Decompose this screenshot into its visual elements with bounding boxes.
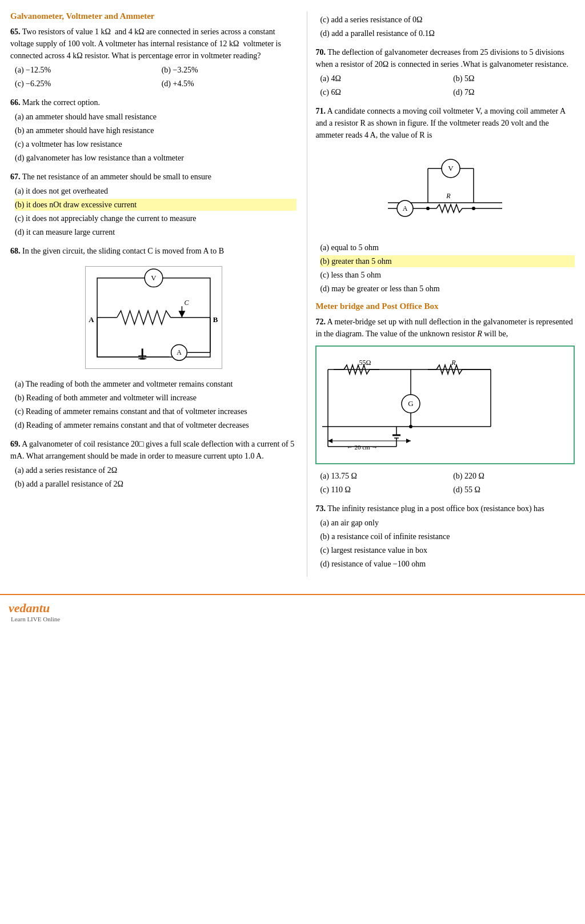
svg-marker-8 (178, 311, 185, 318)
q71-diagram-container: V R A (315, 146, 575, 237)
q67-opt-c: (c) it does not appreciably change the c… (15, 212, 296, 224)
question-71: 71. A candidate connects a moving coil v… (315, 105, 575, 295)
q70-opt-a: (a) 4Ω (320, 73, 442, 85)
q67-text: The net resistance of an ammeter should … (22, 172, 211, 181)
vedantu-tagline: Learn LIVE Online (11, 616, 60, 622)
q70-opt-b: (b) 5Ω (453, 73, 575, 85)
q67-opt-d: (d) it can measure large current (15, 226, 296, 238)
svg-text:A: A (177, 348, 182, 356)
q71-opt-c: (c) less than 5 ohm (320, 269, 575, 281)
q65-opt-d: (d) +4.5% (162, 78, 297, 90)
q66-opt-d: (d) galvanometer has low resistance than… (15, 152, 296, 164)
q73-opt-c: (c) largest resistance value in box (320, 544, 575, 556)
svg-point-35 (426, 207, 430, 210)
q69-cont: (c) add a series resistance of 0Ω (d) ad… (315, 14, 575, 39)
q66-num: 66. (10, 98, 21, 107)
q72-opt-d: (d) 55 Ω (453, 484, 575, 496)
question-65: 65. Two resistors of value 1 kΩ and 4 kΩ… (10, 26, 296, 90)
q65-opt-c: (c) −6.25% (15, 78, 150, 90)
question-68: 68. In the given circuit, the sliding co… (10, 245, 296, 431)
q69-text: A galvanometer of coil resistance 20□ gi… (10, 440, 294, 460)
question-67: 67. The net resistance of an ammeter sho… (10, 171, 296, 238)
q70-num: 70. (315, 48, 326, 57)
q67-opt-b: (b) it does nOt draw excessive current (15, 199, 296, 211)
svg-text:C: C (184, 299, 189, 307)
q65-num: 65. (10, 27, 21, 36)
q65-option-row-2: (c) −6.25% (d) +4.5% (15, 78, 296, 90)
q70-row-2: (c) 6Ω (d) 7Ω (320, 86, 575, 98)
q72-diagram-box: 55Ω R G (315, 346, 575, 464)
q65-opt-b: (b) −3.25% (162, 64, 297, 76)
q71-num: 71. (315, 107, 326, 115)
q72-options: (a) 13.75 Ω (b) 220 Ω (c) 110 Ω (d) 55 Ω (320, 470, 575, 496)
q72-text: A meter-bridge set up with null deflecti… (315, 318, 572, 338)
q71-text: A candidate connects a moving coil voltm… (315, 107, 565, 139)
q72-opt-b: (b) 220 Ω (453, 470, 575, 482)
q65-opt-a: (a) −12.5% (15, 64, 150, 76)
svg-marker-59 (406, 439, 411, 443)
q66-text: Mark the correct option. (22, 98, 100, 107)
svg-text:A: A (403, 204, 408, 212)
q70-opt-d: (d) 7Ω (453, 86, 575, 98)
q69-options: (a) add a series resistance of 2Ω (b) ad… (15, 464, 296, 490)
q65-options: (a) −12.5% (b) −3.25% (c) −6.25% (d) +4.… (15, 64, 296, 90)
q70-text: The deflection of galvanometer decreases… (315, 48, 568, 69)
svg-text:A: A (89, 316, 94, 324)
q69-cont-options: (c) add a series resistance of 0Ω (d) ad… (320, 14, 575, 39)
q68-circuit: V A B C (85, 266, 222, 369)
q71-circuit: V R A (382, 146, 508, 237)
q70-options: (a) 4Ω (b) 5Ω (c) 6Ω (d) 7Ω (320, 73, 575, 98)
q73-opt-d: (d) resistance of value −100 ohm (320, 558, 575, 570)
svg-text:R: R (446, 192, 451, 200)
vedantu-logo: vedantu (9, 601, 60, 616)
svg-text:R: R (451, 359, 456, 367)
q72-row-1: (a) 13.75 Ω (b) 220 Ω (320, 470, 575, 482)
svg-text:V: V (448, 164, 454, 172)
q65-option-row-1: (a) −12.5% (b) −3.25% (15, 64, 296, 76)
svg-text:G: G (408, 399, 414, 408)
section-title-left: Galvanometer, Voltmeter and Ammeter (10, 11, 296, 21)
q69-opt-c: (c) add a series resistance of 0Ω (320, 14, 575, 26)
footer: vedantu Learn LIVE Online (0, 594, 585, 628)
q71-options: (a) equal to 5 ohm (b) greater than 5 oh… (320, 242, 575, 295)
q69-opt-a: (a) add a series resistance of 2Ω (15, 464, 296, 476)
question-66: 66. Mark the correct option. (a) an amme… (10, 97, 296, 164)
q71-opt-d: (d) may be greater or less than 5 ohm (320, 283, 575, 295)
q72-circuit: 55Ω R G (322, 352, 499, 455)
q71-opt-b: (b) greater than 5 ohm (320, 255, 575, 267)
q69-opt-b: (b) add a parallel resistance of 2Ω (15, 478, 296, 490)
q72-row-2: (c) 110 Ω (d) 55 Ω (320, 484, 575, 496)
q66-opt-a: (a) an ammeter should have small resista… (15, 111, 296, 123)
q68-opt-d: (d) Reading of ammeter remains constant … (15, 419, 296, 431)
q68-options: (a) The reading of both the ammeter and … (15, 378, 296, 431)
svg-text:55Ω: 55Ω (359, 359, 371, 367)
q73-options: (a) an air gap only (b) a resistance coi… (320, 517, 575, 570)
q69-opt-d: (d) add a parallel resistance of 0.1Ω (320, 27, 575, 39)
question-70: 70. The deflection of galvanometer decre… (315, 46, 575, 98)
q72-num: 72. (315, 318, 326, 326)
q73-opt-a: (a) an air gap only (320, 517, 575, 529)
q68-num: 68. (10, 247, 21, 255)
q70-opt-c: (c) 6Ω (320, 86, 442, 98)
svg-text:B: B (213, 316, 218, 324)
section-title-meter-bridge: Meter bridge and Post Office Box (315, 302, 575, 311)
q65-text: Two resistors of value 1 kΩ and 4 kΩ are… (10, 27, 281, 60)
svg-text:V: V (151, 274, 157, 282)
left-column: Galvanometer, Voltmeter and Ammeter 65. … (6, 11, 301, 577)
q66-options: (a) an ammeter should have small resista… (15, 111, 296, 164)
q72-opt-c: (c) 110 Ω (320, 484, 442, 496)
q67-opt-a: (a) it does not get overheated (15, 185, 296, 197)
q68-diagram-container: V A B C (10, 262, 296, 373)
q69-num: 69. (10, 440, 21, 448)
q70-row-1: (a) 4Ω (b) 5Ω (320, 73, 575, 85)
q68-opt-b: (b) Reading of both ammeter and voltmete… (15, 392, 296, 404)
q71-opt-a: (a) equal to 5 ohm (320, 242, 575, 254)
q66-opt-c: (c) a voltmeter has low resistance (15, 138, 296, 150)
q67-options: (a) it does not get overheated (b) it do… (15, 185, 296, 238)
q68-opt-a: (a) The reading of both the ammeter and … (15, 378, 296, 390)
right-column: (c) add a series resistance of 0Ω (d) ad… (307, 11, 579, 577)
svg-point-36 (472, 207, 475, 210)
question-69: 69. A galvanometer of coil resistance 20… (10, 438, 296, 490)
question-72: 72. A meter-bridge set up with null defl… (315, 316, 575, 496)
q68-opt-c: (c) Reading of ammeter remains constant … (15, 405, 296, 417)
